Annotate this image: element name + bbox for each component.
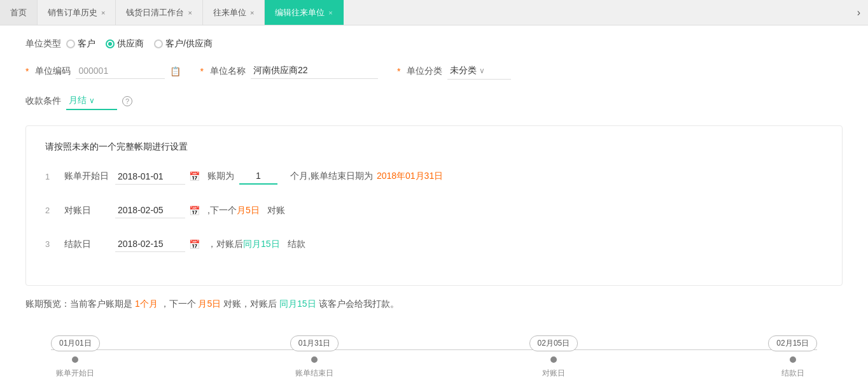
reconcile-date-input[interactable] bbox=[115, 202, 185, 218]
tab-partner-units-close[interactable]: × bbox=[250, 9, 254, 17]
tab-edit-partner-close[interactable]: × bbox=[328, 9, 332, 17]
period-label: 账期为 bbox=[207, 171, 234, 182]
settings-box: 请按照未来的一个完整帐期进行设置 1 账单开始日 📅 账期为 个月,账单结束日期… bbox=[25, 125, 843, 286]
radio-customer[interactable]: 客户 bbox=[66, 38, 95, 50]
timeline-label-0: 账单开始日 bbox=[56, 368, 94, 379]
tab-home-label: 首页 bbox=[10, 7, 27, 18]
help-icon[interactable]: ? bbox=[122, 96, 132, 106]
tab-sales-history-label: 销售订单历史 bbox=[48, 7, 97, 18]
tab-partner-units[interactable]: 往来单位 × bbox=[203, 0, 265, 25]
timeline-dot-0 bbox=[72, 356, 78, 363]
reconcile-desc-highlight: 月5日 bbox=[237, 205, 260, 216]
tab-cash-work-label: 钱货日清工作台 bbox=[126, 7, 184, 18]
tab-cash-work[interactable]: 钱货日清工作台 × bbox=[116, 0, 202, 25]
radio-group: 客户 供应商 客户/供应商 bbox=[66, 38, 213, 50]
preview-part2: 月5日 bbox=[198, 299, 221, 309]
settings-title: 请按照未来的一个完整帐期进行设置 bbox=[45, 141, 823, 153]
unit-code-copy-icon[interactable]: 📋 bbox=[170, 66, 181, 76]
timeline-date-2: 02月05日 bbox=[529, 335, 578, 351]
timeline-dot-2 bbox=[550, 356, 557, 363]
unit-code-label: 单位编码 bbox=[35, 66, 71, 77]
start-date-calendar-icon[interactable]: 📅 bbox=[189, 171, 200, 181]
row-label-3: 结款日 bbox=[64, 239, 115, 250]
period-end-date: 2018年01月31日 bbox=[377, 171, 443, 182]
unit-category-chevron: ∨ bbox=[479, 66, 485, 75]
main-content: 单位类型 客户 供应商 客户/供应商 * 单位编码 bbox=[0, 25, 868, 387]
unit-name-input[interactable] bbox=[251, 63, 378, 79]
timeline-date-0: 01月01日 bbox=[51, 335, 100, 351]
start-date-input[interactable] bbox=[115, 169, 185, 185]
timeline-dot-3 bbox=[790, 356, 796, 363]
unit-name-label: 单位名称 bbox=[210, 66, 246, 77]
reconcile-desc-suffix: 对账 bbox=[267, 205, 285, 216]
payment-date-input[interactable] bbox=[115, 236, 185, 252]
date-row-1: 1 账单开始日 📅 账期为 个月,账单结束日期为 2018年01月31日 bbox=[45, 168, 823, 185]
unit-name-field: * 单位名称 bbox=[200, 63, 377, 79]
timeline-date-1: 01月31日 bbox=[290, 335, 339, 351]
payment-row: 收款条件 月结 ∨ ? bbox=[25, 92, 843, 110]
unit-code-field: * 单位编码 📋 bbox=[25, 63, 181, 79]
unit-info-row: * 单位编码 📋 * 单位名称 * 单位分类 未分类 ∨ bbox=[25, 62, 843, 80]
timeline-dot-1 bbox=[311, 356, 318, 363]
timeline-date-3: 02月15日 bbox=[768, 335, 817, 351]
unit-code-star: * bbox=[25, 66, 29, 76]
unit-category-select[interactable]: 未分类 ∨ bbox=[447, 62, 511, 80]
tab-edit-partner-label: 编辑往来单位 bbox=[275, 7, 325, 18]
preview-part1: 1个月 bbox=[135, 299, 158, 309]
unit-category-value: 未分类 bbox=[450, 65, 477, 76]
timeline-container: 01月01日 账单开始日 01月31日 账单结束日 02月05日 对账日 02月… bbox=[25, 335, 843, 379]
timeline-point-2: 02月05日 对账日 bbox=[529, 335, 578, 379]
timeline-label-2: 对账日 bbox=[542, 368, 565, 379]
payment-desc-prefix: ，对账后 bbox=[207, 239, 243, 250]
date-row-2: 2 对账日 📅 ,下一个 月5日 对账 bbox=[45, 202, 823, 218]
unit-type-field: 单位类型 客户 供应商 客户/供应商 bbox=[25, 38, 213, 50]
unit-category-label: 单位分类 bbox=[407, 66, 442, 77]
timeline-section: 01月01日 账单开始日 01月31日 账单结束日 02月05日 对账日 02月… bbox=[25, 325, 843, 387]
tab-partner-units-label: 往来单位 bbox=[213, 7, 246, 18]
payment-date-calendar-icon[interactable]: 📅 bbox=[189, 239, 200, 250]
row-number-2: 2 bbox=[45, 206, 64, 215]
preview-text: 账期预览：当前客户账期是 1个月 ，下一个 月5日 对账，对账后 同月15日 该… bbox=[25, 299, 843, 310]
tab-edit-partner[interactable]: 编辑往来单位 × bbox=[265, 0, 343, 25]
unit-type-label: 单位类型 bbox=[25, 38, 61, 50]
reconcile-desc-prefix: ,下一个 bbox=[207, 205, 237, 216]
date-row-3: 3 结款日 📅 ，对账后 同月15日 结款 bbox=[45, 236, 823, 252]
unit-name-star: * bbox=[200, 66, 203, 76]
unit-type-row: 单位类型 客户 供应商 客户/供应商 bbox=[25, 38, 843, 50]
tab-sales-history[interactable]: 销售订单历史 × bbox=[38, 0, 116, 25]
tab-home[interactable]: 首页 bbox=[0, 0, 38, 25]
row-number-3: 3 bbox=[45, 239, 64, 249]
payment-desc-suffix: 结款 bbox=[288, 239, 305, 250]
radio-customer-circle bbox=[66, 39, 75, 48]
radio-supplier[interactable]: 供应商 bbox=[106, 38, 144, 50]
timeline-points: 01月01日 账单开始日 01月31日 账单结束日 02月05日 对账日 02月… bbox=[51, 335, 817, 379]
radio-both[interactable]: 客户/供应商 bbox=[154, 38, 213, 50]
unit-code-input[interactable] bbox=[76, 63, 165, 79]
unit-category-field: * 单位分类 未分类 ∨ bbox=[397, 62, 511, 80]
timeline-label-1: 账单结束日 bbox=[295, 368, 333, 379]
radio-both-circle bbox=[154, 39, 163, 48]
radio-customer-label: 客户 bbox=[78, 38, 95, 50]
preview-sep1: ，下一个 bbox=[160, 299, 196, 309]
tab-cash-work-close[interactable]: × bbox=[188, 9, 192, 17]
payment-chevron: ∨ bbox=[89, 96, 95, 105]
period-unit: 个月,账单结束日期为 bbox=[290, 171, 373, 182]
tab-more-button[interactable]: › bbox=[850, 0, 868, 25]
preview-prefix: 账期预览：当前客户账期是 bbox=[25, 299, 132, 309]
preview-suffix: 该客户会给我打款。 bbox=[319, 299, 399, 309]
radio-both-label: 客户/供应商 bbox=[165, 38, 213, 50]
payment-select[interactable]: 月结 ∨ bbox=[66, 92, 117, 110]
unit-category-star: * bbox=[397, 66, 400, 76]
payment-desc-highlight: 同月15日 bbox=[243, 239, 280, 250]
timeline-point-1: 01月31日 账单结束日 bbox=[290, 335, 339, 379]
tab-bar: 首页 销售订单历史 × 钱货日清工作台 × 往来单位 × 编辑往来单位 × › bbox=[0, 0, 868, 25]
preview-sep2: 对账，对账后 bbox=[223, 299, 277, 309]
timeline-point-0: 01月01日 账单开始日 bbox=[51, 335, 100, 379]
reconcile-date-calendar-icon[interactable]: 📅 bbox=[189, 206, 200, 216]
payment-label: 收款条件 bbox=[25, 95, 61, 107]
period-input[interactable] bbox=[239, 168, 277, 185]
payment-value: 月结 bbox=[69, 95, 87, 106]
tab-sales-history-close[interactable]: × bbox=[101, 9, 105, 17]
preview-part3: 同月15日 bbox=[279, 299, 316, 309]
row-label-2: 对账日 bbox=[64, 205, 115, 216]
